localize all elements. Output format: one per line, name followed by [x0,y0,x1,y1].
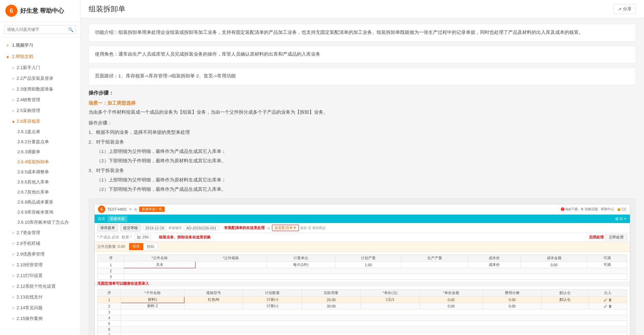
child-item-name[interactable]: 财料1 [121,297,184,303]
type-switch-tabs: 组装 拆卸 [129,243,158,250]
sidebar-item-beginner[interactable]: + 2.1新手入门 [0,62,80,73]
sidebar-item-install[interactable]: + 2.2产品安装及登录 [0,73,80,84]
sidebar-item-coupon[interactable]: + 2.9优惠券管理 [0,249,80,260]
ops-label: 操作步骤： [89,119,636,127]
share-button[interactable]: ↗ 分享 [613,4,636,14]
search-input[interactable] [4,25,76,34]
mock-submit-btn[interactable]: 提交审核 [120,224,141,231]
step2: 2、对于组装业务 [89,138,636,146]
screenshot-container: 6 TEST-H002 ▼ ⚙ 新建单据一览 🔴 App下载 ⚙ 切换旧版 帮助… [89,198,636,335]
mock-save-btn[interactable]: 保存提单 [97,224,118,231]
content-area: 功能介绍：组装拆卸单用来处理企业组装或拆卸等加工业务，支持有固定装配清单的产品加… [80,18,644,335]
intro-block-2: 使用角色：通常由生产人员或库管人员完成拆装业务的操作，库管人员确认原材料的出库和… [89,46,636,63]
upper-table: 序 *父件名称 *父件规格 计量单位 计划产量 生产产量 成本价 成本金额 可调 [97,255,627,280]
sidebar-item-cost-adj[interactable]: 2.6.5成本调整单 [0,167,80,177]
sidebar-item-video-learning[interactable]: + 1.视频学习 [0,40,80,51]
table-row: 2 [98,268,627,274]
sidebar-item-partial-stocktake[interactable]: 2.6.2分量盘点单 [0,137,80,147]
annotation-bottom-group: 无固定清单可以随便在这里录入 [95,281,630,287]
sidebar-item-data-prep[interactable]: + 2.3使用前数据准备 [0,84,80,95]
sidebar-item-mobile[interactable]: + 2.8手机旺铺 [0,238,80,249]
expand-icon: + [5,43,10,48]
mock-teal-bar: 自页 新建单据 侧 回 ✕ [95,215,630,223]
annotation-type-group: 组装业务、拆卸业务在这里切换 [159,235,211,240]
table-row: 3 [98,274,627,280]
sidebar-item-mgmt[interactable]: + 2.10经营管理 [0,260,80,270]
top-bar: 组装拆卸单 ↗ 分享 [80,0,644,18]
sidebar-item-finance[interactable]: + 2.7资金管理 [0,227,80,238]
sidebar-section-label: 1.视频学习 [12,42,33,48]
tab-assemble[interactable]: 组装 [129,243,143,250]
collapse-icon: ● [5,54,10,59]
sidebar-item-stocktake[interactable]: 2.6.1盘点单 [0,127,80,137]
lower-table: 序 *子件名称 规格型号 计划数量 实际用量 *单价(元) *单价金额 费用分摊… [97,289,627,335]
table-row: 6 [98,327,627,332]
table-row: 1 财料1 红色/M 计算(+) 20.00 1元/1 0.00 0.00 默认… [98,297,627,303]
sidebar-item-cost-recalc[interactable]: 2.6.8商品成本重算 [0,197,80,207]
table-row: 7 [98,332,627,335]
ops-title: 操作步骤： [89,90,636,96]
sidebar-item-other-out[interactable]: 2.6.7其他出库单 [0,187,80,197]
main-content: 组装拆卸单 ↗ 分享 功能介绍：组装拆卸单用来处理企业组装或拆卸等加工业务，支持… [80,0,644,335]
mock-assembly-list-btn[interactable]: 选装配清单▼ [272,225,299,231]
sidebar-item-faq[interactable]: + 2.14常见问题 [0,302,80,313]
search-box: 🔍 [0,22,80,38]
sidebar-item-payment[interactable]: + 2.13在线支付 [0,292,80,302]
mock-doc-no: AD-20191226-001 [184,225,219,231]
logo-bar: 6 好生意 帮助中心 [0,0,80,22]
table-row: 1 关木 每片(1件) 1.00 成本价 0.00 可调 [98,262,627,268]
mock-new-btn[interactable]: 新建单据一览 [139,207,165,212]
sidebar-item-personalize[interactable]: + 2.12系统个性化设置 [0,281,80,292]
mock-app: 6 TEST-H002 ▼ ⚙ 新建单据一览 🔴 App下载 ⚙ 切换旧版 帮助… [94,204,630,335]
inventory-subitems: 2.6.1盘点单 2.6.2分量盘点单 2.6.3调拨单 2.6.4组装拆卸单 … [0,127,80,227]
nav-section-2: ● 2.帮助文档 + 2.1新手入门 + 2.2产品安装及登录 + 2.3使用前… [0,51,80,324]
step3-1: （1）上部明细为父件明细，最终作为原材料生成其它出库单； [89,176,636,184]
mock-header-id: TEST-H002 [107,207,126,211]
step2-1: （1）上部明细为父件明细，最终作为产成品生成其它入库单； [89,148,636,156]
app-logo-text: 好生意 帮助中心 [20,7,64,15]
sidebar-item-assembly[interactable]: 2.6.4组装拆卸单 [0,157,80,167]
tab-disassemble[interactable]: 拆卸 [143,243,158,250]
table-row: 2 财料 2 计算(+) 30.00 0.00 0.00 🖊 🗑 [98,303,627,310]
sidebar-item-stock-ledger[interactable]: 2.6.9库存账本查询 [0,207,80,217]
sidebar-item-sales[interactable]: + 2.4销售管理 [0,95,80,105]
nav-tree: + 1.视频学习 ● 2.帮助文档 + 2.1新手入门 + 2.2产品安装及登录 [0,38,80,335]
annotation-top-group: 有装配清单的在这里处理 → 选装配清单▼ 保存 后 保存商品 [224,225,325,231]
search-icon[interactable]: 🔍 [68,27,73,32]
sidebar-item-print[interactable]: + 2.11打印设置 [0,270,80,281]
sidebar-item-inventory[interactable]: ● 2.6库存核算 [0,116,80,127]
step2-2: （2）下部明细为子件明细，最终作为原材料生成其它出库单。 [89,157,636,165]
table-row: 3 [98,310,627,315]
step1: 1、根据不同的业务，选择不同单据的类型来处理 [89,128,636,136]
lower-table-container: 序 *子件名称 规格型号 计划数量 实际用量 *单价(元) *单价金额 费用分摊… [95,287,630,335]
sidebar-item-transfer[interactable]: 2.6.3调拨单 [0,147,80,157]
scene1-desc: 当由多个子件材料组装成一个成品的业务为【组装】业务，当由一个父件拆分成多个子产品… [89,108,636,116]
sidebar-section-label: 2.帮助文档 [12,54,33,60]
sidebar: 6 好生意 帮助中心 🔍 + 1.视频学习 ● 2.帮助文档 + 2.1新手入门 [0,0,80,335]
sidebar-item-stock-fix[interactable]: 2.6.10库存账本错了怎么办 [0,217,80,227]
intro-block-1: 功能介绍：组装拆卸单用来处理企业组装或拆卸等加工业务，支持有固定装配清单的产品加… [89,24,636,42]
table-row: 5 [98,321,627,327]
annotation-process-group: 启用处理 立即处理 [589,234,627,240]
help-docs-subitems: + 2.1新手入门 + 2.2产品安装及登录 + 2.3使用前数据准备 + 2.… [0,62,80,324]
share-icon: ↗ [618,7,622,12]
app-logo-icon: 6 [5,5,17,17]
app-logo-small: 6 [98,206,105,213]
sidebar-item-help-docs[interactable]: ● 2.帮助文档 [0,51,80,62]
sidebar-item-purchase[interactable]: + 2.5采购管理 [0,105,80,116]
step3: 3、对于拆装业务 [89,167,636,175]
table-row: 4 [98,315,627,321]
nav-section-1: + 1.视频学习 [0,40,80,51]
path-block: 页面路径：1、库存核算->库存管理->组装拆卸单 2、首页->常用功能 [89,67,636,85]
sidebar-item-case[interactable]: + 2.15操作案例 [0,313,80,324]
mock-date: 2019-12-28 [143,225,166,231]
sidebar-item-other-in[interactable]: 2.6.6其他入库单 [0,177,80,187]
page-title: 组装拆卸单 [89,4,125,14]
mock-process-btn[interactable]: 立即处理 [605,234,627,240]
screenshot-inner: 6 TEST-H002 ▼ ⚙ 新建单据一览 🔴 App下载 ⚙ 切换旧版 帮助… [89,199,636,335]
parent-item-name[interactable]: 关木 [124,262,196,268]
scene1-title: 场景一：加工类型选择 [89,100,636,106]
upper-table-container: 序 *父件名称 *父件规格 计量单位 计划产量 生产产量 成本价 成本金额 可调 [95,252,630,281]
step3-2: （2）下部明细为子件明细，最终作为产成品生成其它入库单。 [89,185,636,193]
